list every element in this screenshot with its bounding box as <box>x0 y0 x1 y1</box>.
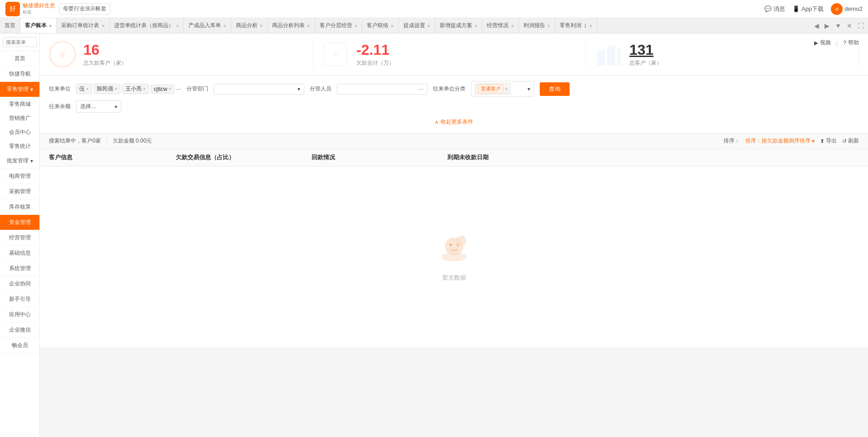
tab-profit-report[interactable]: 利润报告 × <box>519 18 555 33</box>
tab-purchase-order[interactable]: 采购订单统计表 × <box>57 18 109 33</box>
sidebar-item-new-guide[interactable]: 新手引导 <box>0 292 39 307</box>
filter-tags-unit: 伍 × 陈民强 × 王小亮 × cjttcw × ··· <box>76 84 181 94</box>
tab-next-btn[interactable]: ▶ <box>822 21 832 31</box>
tag-wu-close[interactable]: × <box>86 86 89 91</box>
balance-arrow-icon: ▾ <box>115 104 117 110</box>
table-body: 暂无数据 <box>40 166 868 347</box>
tab-product-in-close[interactable]: × <box>223 23 226 28</box>
sidebar-item-basic-info[interactable]: 基础信息 <box>0 246 39 261</box>
sidebar-item-member-center[interactable]: 会员中心 <box>0 125 39 139</box>
sidebar-item-wholesale-mgmt[interactable]: 批发管理 ▾ <box>0 153 39 169</box>
category-tag-close[interactable]: × <box>505 86 508 91</box>
tab-close-all-btn[interactable]: ✕ <box>844 21 854 31</box>
tab-prev-btn[interactable]: ◀ <box>812 21 821 31</box>
sidebar-item-app-center[interactable]: 应用中心 <box>0 307 39 323</box>
tab-new-plan-close[interactable]: × <box>475 23 477 28</box>
dept-select[interactable]: ▾ <box>214 84 304 95</box>
tab-improve-settings-label: 提成设置 <box>403 22 425 29</box>
tag-chen-close[interactable]: × <box>115 86 117 91</box>
tab-profit-report-close[interactable]: × <box>547 23 550 28</box>
message-btn[interactable]: 💬 消息 <box>764 5 785 13</box>
search-input[interactable] <box>3 37 37 47</box>
svg-point-9 <box>449 243 452 246</box>
sidebar-item-operation-mgmt[interactable]: 经营管理 <box>0 230 39 246</box>
sidebar-item-enterprise-wechat[interactable]: 企业微信 <box>0 323 39 338</box>
result-divider: | <box>106 138 107 144</box>
sidebar-item-retail-stat[interactable]: 零售统计 <box>0 139 39 153</box>
account-dropdown[interactable]: 母婴行业演示帐套 <box>59 3 110 14</box>
col-due-date: 到期未收款日期 <box>447 153 583 162</box>
unit-label: 往来单位 <box>49 85 71 93</box>
tab-purchase-stat[interactable]: 进货单统计表（按商品） × <box>110 18 184 33</box>
help-btn[interactable]: ? 帮助 <box>843 39 859 47</box>
tab-new-plan[interactable]: 新增提成方案 × <box>435 18 482 33</box>
tab-improve-settings[interactable]: 提成设置 × <box>399 18 435 33</box>
tab-customer-layer-close[interactable]: × <box>355 23 357 28</box>
sidebar-item-quick-nav[interactable]: 快捷导航 <box>0 66 39 82</box>
tag-wang-close[interactable]: × <box>143 86 146 91</box>
tab-goods-analysis[interactable]: 商品分析 × <box>231 18 268 33</box>
sidebar-item-home[interactable]: 首页 <box>0 51 39 66</box>
tab-customer-contact[interactable]: 客户联络 × <box>362 18 398 33</box>
tab-retail-profit-close[interactable]: × <box>589 23 592 28</box>
filter-tag-wang: 王小亮 × <box>122 84 149 94</box>
query-button[interactable]: 查询 <box>540 82 570 96</box>
sidebar-item-purchase-mgmt[interactable]: 采购管理 <box>0 184 39 200</box>
tab-goods-analysis-close[interactable]: × <box>260 23 263 28</box>
app-download-btn[interactable]: 📱 App下载 <box>792 5 824 13</box>
sidebar-item-enterprise[interactable]: 企业协同 <box>0 276 39 292</box>
sort-select[interactable]: 排序：按欠款金额倒序排序 ▾ <box>745 137 815 145</box>
sidebar-item-sys-mgmt[interactable]: 系统管理 <box>0 261 39 276</box>
tab-goods-list-close[interactable]: × <box>307 23 310 28</box>
tab-operation-close[interactable]: × <box>511 23 513 28</box>
video-btn[interactable]: ▶ 视频 <box>814 39 831 47</box>
tab-purchase-stat-close[interactable]: × <box>176 23 179 28</box>
export-label: 导出 <box>826 137 837 145</box>
tab-product-in[interactable]: 产成品入库单 × <box>184 18 231 33</box>
refresh-btn[interactable]: ↺ 刷新 <box>842 137 859 145</box>
tab-retail-profit[interactable]: 零售利润（ × <box>555 18 597 33</box>
staff-select[interactable]: ··· <box>337 84 427 95</box>
tab-goods-analysis-label: 商品分析 <box>236 22 258 29</box>
tab-bar-controls: ◀ ▶ ▼ ✕ ⛶ <box>810 21 868 31</box>
sidebar-item-inventory[interactable]: 库存核算 <box>0 200 39 215</box>
tab-new-plan-label: 新增提成方案 <box>440 22 472 29</box>
tab-list-btn[interactable]: ▼ <box>833 21 844 31</box>
tab-fullscreen-btn[interactable]: ⛶ <box>855 21 866 31</box>
sidebar-item-retail-mall[interactable]: 零售商城 <box>0 97 39 111</box>
sidebar-item-ecom-mgmt[interactable]: 电商管理 <box>0 169 39 184</box>
user-profile[interactable]: d demo2 <box>831 3 863 15</box>
table-container: 客户信息 欠款交易信息（占比） 回款情况 到期未收款日期 <box>40 149 868 347</box>
tab-home[interactable]: 首页 <box>0 18 20 33</box>
tab-account[interactable]: 客户账本 × <box>20 18 57 33</box>
sidebar-item-marketing[interactable]: 营销推广 <box>0 111 39 125</box>
tab-account-close[interactable]: × <box>49 23 52 28</box>
tag-cjttcw-close[interactable]: × <box>169 86 172 91</box>
export-btn[interactable]: ⬆ 导出 <box>820 137 837 145</box>
stat-label-total: 总客户（家） <box>629 59 662 67</box>
new-guide-label: 新手引导 <box>9 296 31 302</box>
main-layout: 首页 快捷导航 零售管理 ▾ 零售商城 营销推广 会员中心 零售统计 批发管理 … <box>0 33 868 437</box>
collapse-btn[interactable]: ∧ 收起更多条件 <box>49 116 859 128</box>
sidebar-item-finance-mgmt[interactable]: 资金管理 <box>0 215 39 230</box>
app-center-label: 应用中心 <box>9 311 31 318</box>
category-select[interactable]: 普通客户 × ▾ <box>471 81 534 97</box>
tab-customer-layer-label: 客户分层经营 <box>320 22 352 29</box>
dept-arrow-icon: ▾ <box>297 86 300 92</box>
tab-operation[interactable]: 经营情况 × <box>482 18 518 33</box>
col-customer-info: 客户信息 <box>49 153 176 162</box>
sidebar-item-retail-mgmt[interactable]: 零售管理 ▾ <box>0 82 39 97</box>
logo-sub: 标版 <box>23 9 55 15</box>
tab-improve-settings-close[interactable]: × <box>427 23 430 28</box>
balance-select[interactable]: 选择... ▾ <box>76 100 121 113</box>
sidebar-item-vip-member[interactable]: 畅会员 <box>0 338 39 353</box>
tab-bar: 首页 客户账本 × 采购订单统计表 × 进货单统计表（按商品） × 产成品入库单… <box>0 18 868 33</box>
tab-purchase-order-close[interactable]: × <box>101 23 104 28</box>
category-label: 往来单位分类 <box>433 85 465 93</box>
video-label: 视频 <box>820 39 831 47</box>
wholesale-mgmt-arrow-icon: ▾ <box>30 158 33 164</box>
tab-goods-list[interactable]: 商品分析列表 × <box>268 18 315 33</box>
tab-customer-layer[interactable]: 客户分层经营 × <box>315 18 362 33</box>
tab-customer-contact-close[interactable]: × <box>391 23 393 28</box>
tag-more-btn[interactable]: ··· <box>176 86 181 92</box>
